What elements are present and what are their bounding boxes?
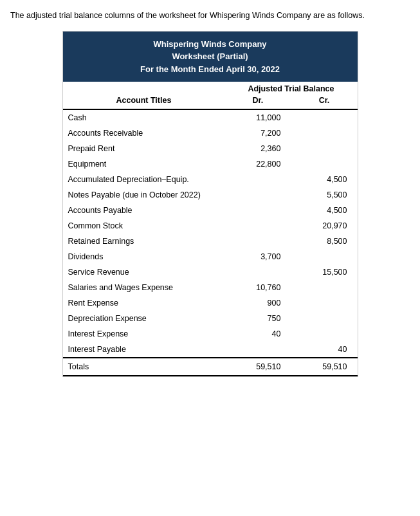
cr-value-cell: 40 bbox=[291, 342, 357, 358]
table-row: Accounts Receivable7,200 bbox=[63, 125, 358, 141]
totals-dr: 59,510 bbox=[224, 358, 291, 376]
dr-value-cell bbox=[224, 172, 291, 187]
worksheet-table-wrapper: Whispering Winds Company Worksheet (Part… bbox=[62, 31, 358, 378]
dr-value-cell: 10,760 bbox=[224, 280, 291, 295]
table-row: Accounts Payable4,500 bbox=[63, 203, 358, 218]
table-row: Notes Payable (due in October 2022)5,500 bbox=[63, 187, 358, 203]
account-name-cell: Notes Payable (due in October 2022) bbox=[63, 187, 225, 203]
account-name-cell: Equipment bbox=[63, 156, 225, 172]
cr-value-cell bbox=[291, 141, 357, 156]
cr-value-cell bbox=[291, 156, 357, 172]
account-name-cell: Retained Earnings bbox=[63, 234, 225, 249]
account-name-cell: Service Revenue bbox=[63, 264, 225, 280]
dr-value-cell: 900 bbox=[224, 295, 291, 311]
dr-value-cell: 750 bbox=[224, 311, 291, 326]
account-name-cell: Common Stock bbox=[63, 218, 225, 234]
dr-value-cell bbox=[224, 234, 291, 249]
cr-value-cell bbox=[291, 311, 357, 326]
dr-value-cell: 7,200 bbox=[224, 125, 291, 141]
table-row: Equipment22,800 bbox=[63, 156, 358, 172]
cr-value-cell: 4,500 bbox=[291, 203, 357, 218]
account-name-cell: Interest Payable bbox=[63, 342, 225, 358]
dr-header: Dr. bbox=[224, 93, 291, 109]
table-row: Prepaid Rent2,360 bbox=[63, 141, 358, 156]
totals-cr: 59,510 bbox=[291, 358, 357, 376]
account-name-cell: Accounts Receivable bbox=[63, 125, 225, 141]
table-row: Common Stock20,970 bbox=[63, 218, 358, 234]
cr-value-cell: 4,500 bbox=[291, 172, 357, 187]
table-header: Whispering Winds Company Worksheet (Part… bbox=[63, 32, 358, 82]
cr-value-cell: 20,970 bbox=[291, 218, 357, 234]
table-row: Cash11,000 bbox=[63, 109, 358, 125]
totals-label: Totals bbox=[63, 358, 225, 376]
intro-text: The adjusted trial balance columns of th… bbox=[10, 10, 410, 22]
dr-value-cell bbox=[224, 203, 291, 218]
dr-value-cell bbox=[224, 187, 291, 203]
account-name-cell: Prepaid Rent bbox=[63, 141, 225, 156]
worksheet-label: Worksheet (Partial) bbox=[68, 50, 352, 63]
table-row: Accumulated Depreciation–Equip.4,500 bbox=[63, 172, 358, 187]
cr-value-cell bbox=[291, 109, 357, 125]
cr-value-cell bbox=[291, 249, 357, 264]
cr-value-cell bbox=[291, 326, 357, 342]
table-row: Interest Payable40 bbox=[63, 342, 358, 358]
company-name: Whispering Winds Company bbox=[68, 38, 352, 51]
dr-value-cell: 11,000 bbox=[224, 109, 291, 125]
cr-value-cell: 8,500 bbox=[291, 234, 357, 249]
dr-value-cell bbox=[224, 264, 291, 280]
adjusted-trial-balance-label: Adjusted Trial Balance bbox=[224, 82, 357, 93]
table-footer: Totals 59,510 59,510 bbox=[63, 358, 358, 376]
account-name-cell: Dividends bbox=[63, 249, 225, 264]
account-name-cell: Rent Expense bbox=[63, 295, 225, 311]
dr-value-cell bbox=[224, 218, 291, 234]
period-label: For the Month Ended April 30, 2022 bbox=[68, 63, 352, 76]
table-row: Retained Earnings8,500 bbox=[63, 234, 358, 249]
column-header-row: Account Titles Dr. Cr. bbox=[63, 93, 358, 109]
table-row: Salaries and Wages Expense10,760 bbox=[63, 280, 358, 295]
table-row: Rent Expense900 bbox=[63, 295, 358, 311]
account-name-cell: Salaries and Wages Expense bbox=[63, 280, 225, 295]
account-name-cell: Interest Expense bbox=[63, 326, 225, 342]
dr-value-cell: 40 bbox=[224, 326, 291, 342]
dr-value-cell: 22,800 bbox=[224, 156, 291, 172]
cr-value-cell: 5,500 bbox=[291, 187, 357, 203]
cr-value-cell bbox=[291, 125, 357, 141]
table-row: Dividends3,700 bbox=[63, 249, 358, 264]
empty-header bbox=[63, 82, 225, 93]
dr-value-cell: 2,360 bbox=[224, 141, 291, 156]
cr-header: Cr. bbox=[291, 93, 357, 109]
account-titles-header: Account Titles bbox=[63, 93, 225, 109]
adjusted-trial-balance-header-row: Adjusted Trial Balance bbox=[63, 82, 358, 93]
table-row: Service Revenue15,500 bbox=[63, 264, 358, 280]
account-name-cell: Accounts Payable bbox=[63, 203, 225, 218]
table-row: Depreciation Expense750 bbox=[63, 311, 358, 326]
totals-row: Totals 59,510 59,510 bbox=[63, 358, 358, 376]
account-name-cell: Cash bbox=[63, 109, 225, 125]
table-row: Interest Expense40 bbox=[63, 326, 358, 342]
table-body: Cash11,000Accounts Receivable7,200Prepai… bbox=[63, 109, 358, 358]
dr-value-cell: 3,700 bbox=[224, 249, 291, 264]
cr-value-cell bbox=[291, 295, 357, 311]
account-name-cell: Accumulated Depreciation–Equip. bbox=[63, 172, 225, 187]
trial-balance-table: Adjusted Trial Balance Account Titles Dr… bbox=[63, 82, 358, 376]
cr-value-cell: 15,500 bbox=[291, 264, 357, 280]
cr-value-cell bbox=[291, 280, 357, 295]
dr-value-cell bbox=[224, 342, 291, 358]
account-name-cell: Depreciation Expense bbox=[63, 311, 225, 326]
